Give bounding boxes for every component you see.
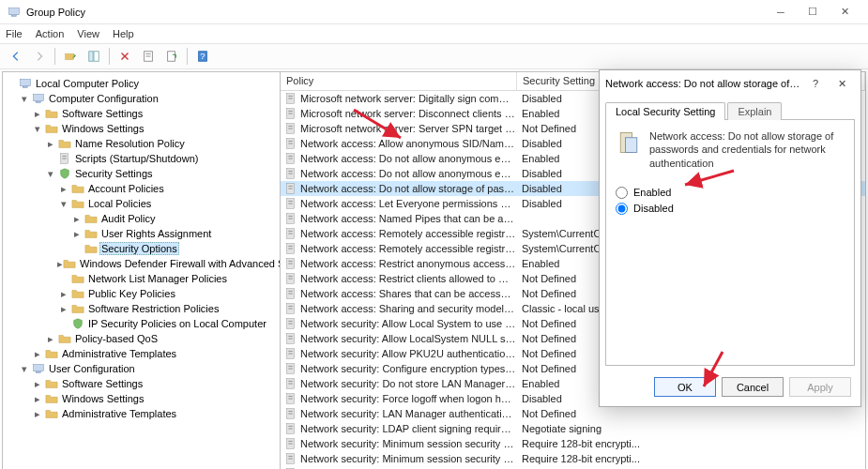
tree-node[interactable]: Local Computer Policy: [5, 76, 278, 91]
delete-button[interactable]: [114, 46, 135, 67]
tree-node[interactable]: ▾Security Settings: [5, 166, 278, 181]
tree-node[interactable]: ▸Administrative Templates: [5, 346, 278, 361]
policy-icon: [284, 182, 298, 195]
forward-button[interactable]: [29, 46, 50, 67]
back-button[interactable]: [6, 46, 26, 67]
expand-icon[interactable]: ▸: [31, 393, 44, 405]
menu-file[interactable]: File: [6, 28, 23, 39]
tree-node[interactable]: Network List Manager Policies: [5, 271, 278, 286]
policy-row[interactable]: Network security: Minimum session securi…: [281, 451, 865, 466]
policy-description: Network access: Do not allow storage of …: [649, 129, 845, 170]
folder-icon: [57, 137, 71, 151]
policy-row[interactable]: Network security: LAN Manager authentica…: [281, 406, 865, 421]
expand-icon[interactable]: ▸: [70, 228, 84, 240]
tree-node[interactable]: ▸Software Settings: [5, 376, 278, 391]
tree-node[interactable]: ▸Administrative Templates: [5, 406, 278, 421]
expand-icon[interactable]: ▾: [31, 123, 44, 135]
policy-icon: [284, 407, 298, 420]
properties-button[interactable]: [138, 46, 159, 67]
tree-node-label: Windows Settings: [60, 123, 145, 134]
export-list-button[interactable]: [161, 46, 182, 67]
tree-node[interactable]: ▸Software Settings: [5, 106, 278, 121]
expand-icon[interactable]: ▾: [57, 198, 70, 210]
apply-button[interactable]: Apply: [789, 377, 851, 397]
policy-setting: Require 128-bit encrypti...: [516, 453, 865, 464]
tree-node[interactable]: Scripts (Startup/Shutdown): [5, 151, 278, 166]
tree-node[interactable]: ▸Account Policies: [5, 181, 278, 196]
tree-node[interactable]: ▾User Configuration: [5, 361, 278, 376]
tree-node-label: Software Settings: [60, 108, 145, 119]
tree-node[interactable]: ▸Windows Defender Firewall with Advanced…: [5, 256, 278, 271]
up-button[interactable]: [60, 46, 81, 67]
app-icon: [8, 6, 21, 19]
dialog-buttons: OK Cancel Apply: [600, 371, 860, 406]
policy-setting: Require 128-bit encrypti...: [516, 438, 865, 449]
expand-icon[interactable]: ▸: [31, 108, 44, 120]
close-button[interactable]: ✕: [829, 2, 860, 23]
policy-icon: [284, 257, 298, 270]
menu-help[interactable]: Help: [113, 28, 134, 39]
col-policy[interactable]: Policy: [281, 72, 517, 90]
policy-row[interactable]: Network security: LDAP client signing re…: [281, 421, 865, 436]
expand-icon[interactable]: ▸: [44, 333, 57, 345]
expand-icon[interactable]: ▸: [57, 303, 70, 315]
cancel-button[interactable]: Cancel: [722, 377, 784, 397]
tab-explain[interactable]: Explain: [727, 102, 782, 120]
policy-icon: [284, 242, 298, 255]
svg-rect-4: [94, 52, 99, 62]
expand-icon[interactable]: ▸: [31, 408, 44, 420]
radio-enabled[interactable]: Enabled: [616, 187, 845, 199]
policy-name: Network security: Do not store LAN Manag…: [300, 378, 516, 389]
policy-row[interactable]: Network security: Minimum session securi…: [281, 436, 865, 451]
help-button[interactable]: ?: [192, 46, 213, 67]
dialog-close-button[interactable]: ✕: [829, 78, 855, 90]
menu-view[interactable]: View: [77, 28, 99, 39]
policy-icon: [284, 377, 298, 390]
expand-icon[interactable]: ▸: [31, 348, 44, 360]
expand-icon[interactable]: ▸: [57, 288, 70, 300]
tree-node[interactable]: ▾Local Policies: [5, 196, 278, 211]
menubar: File Action View Help: [0, 24, 868, 43]
policy-icon: [284, 92, 298, 105]
tree-node[interactable]: ▸Audit Policy: [5, 211, 278, 226]
tree-node[interactable]: ▸Windows Settings: [5, 391, 278, 406]
tree-node[interactable]: Security Options: [5, 241, 278, 256]
console-tree[interactable]: Local Computer Policy▾Computer Configura…: [3, 72, 281, 469]
expand-icon[interactable]: ▾: [18, 363, 31, 375]
tree-node[interactable]: ▸Software Restriction Policies: [5, 301, 278, 316]
maximize-button[interactable]: ☐: [797, 2, 829, 23]
expand-icon[interactable]: ▸: [44, 138, 57, 150]
folder-icon: [57, 332, 71, 346]
tree-node[interactable]: IP Security Policies on Local Computer: [5, 316, 278, 331]
policy-name: Network security: Allow Local System to …: [300, 318, 516, 329]
tree-node[interactable]: ▸User Rights Assignment: [5, 226, 278, 241]
tree-node[interactable]: ▸Policy-based QoS: [5, 331, 278, 346]
tree-node[interactable]: ▾Windows Settings: [5, 121, 278, 136]
tree-node-label: Administrative Templates: [60, 408, 178, 419]
expand-icon[interactable]: ▾: [18, 93, 31, 105]
show-hide-tree-button[interactable]: [84, 46, 104, 67]
policy-name: Network access: Restrict anonymous acces…: [300, 258, 516, 269]
tree-node-label: Computer Configuration: [47, 93, 160, 104]
tree-node[interactable]: ▾Computer Configuration: [5, 91, 278, 106]
policy-name: Network access: Do not allow anonymous e…: [300, 153, 516, 164]
tree-node-label: Local Policies: [86, 198, 153, 209]
tree-node-label: Public Key Policies: [86, 288, 177, 299]
policy-icon: [284, 137, 298, 150]
expand-icon[interactable]: ▾: [44, 168, 57, 180]
expand-icon[interactable]: ▸: [31, 378, 44, 390]
policy-name: Network access: Do not allow anonymous e…: [300, 168, 516, 179]
dialog-help-button[interactable]: ?: [802, 78, 829, 89]
radio-disabled[interactable]: Disabled: [616, 203, 845, 215]
tree-node-label: Account Policies: [86, 183, 166, 194]
tab-local-security-setting[interactable]: Local Security Setting: [605, 102, 725, 120]
menu-action[interactable]: Action: [36, 28, 65, 39]
ok-button[interactable]: OK: [654, 377, 716, 397]
expand-icon[interactable]: ▸: [70, 213, 84, 225]
policy-name: Network access: Shares that can be acces…: [300, 288, 516, 299]
tree-node[interactable]: ▸Public Key Policies: [5, 286, 278, 301]
minimize-button[interactable]: ─: [765, 2, 797, 23]
expand-icon[interactable]: ▸: [57, 183, 70, 195]
policy-name: Network access: Named Pipes that can be …: [300, 213, 516, 224]
tree-node[interactable]: ▸Name Resolution Policy: [5, 136, 278, 151]
